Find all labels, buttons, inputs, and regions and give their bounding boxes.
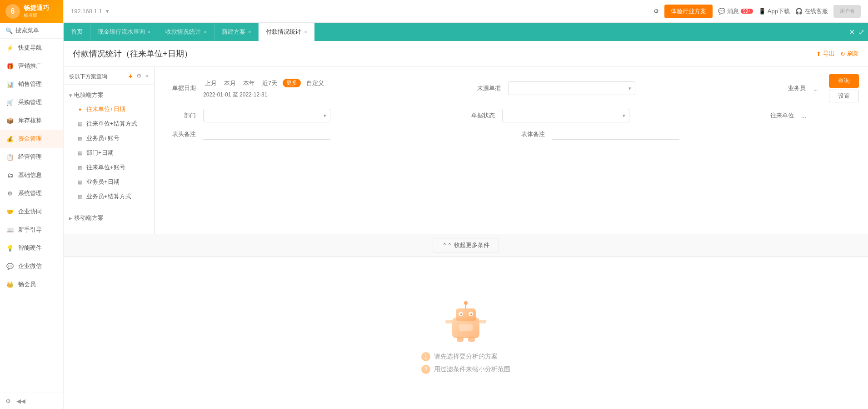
svg-rect-11 bbox=[468, 337, 475, 342]
scheme-section-desktop: ▾ 电脑端方案 ● 往来单位+日期 ▦ 往来单位+结算方式 ▦ bbox=[64, 85, 154, 207]
tab-newscheme-close[interactable]: × bbox=[248, 29, 251, 35]
scheme-item-2[interactable]: ▦ 业务员+账号 bbox=[64, 131, 154, 146]
query-button[interactable]: 查询 bbox=[829, 74, 859, 88]
scheme-item-icon-2: ▦ bbox=[76, 135, 84, 142]
scheme-section-desktop-title[interactable]: ▾ 电脑端方案 bbox=[64, 88, 154, 102]
tab-payment-close[interactable]: × bbox=[304, 29, 307, 35]
scheme-item-0[interactable]: ● 往来单位+日期 bbox=[64, 102, 154, 116]
scheme-item-1[interactable]: ▦ 往来单位+结算方式 bbox=[64, 116, 154, 131]
app-download-label: App下载 bbox=[768, 7, 790, 15]
dept-select[interactable]: ▾ bbox=[203, 109, 330, 122]
empty-hint-1: 1 请先选择要分析的方案 bbox=[421, 352, 510, 361]
empty-num-1: 1 bbox=[421, 352, 430, 361]
export-btn[interactable]: ⬆ 导出 bbox=[816, 50, 835, 58]
scheme-mobile-label: 移动端方案 bbox=[74, 214, 104, 222]
agent-label: 业务员 bbox=[783, 84, 806, 92]
scheme-item-6[interactable]: ▦ 业务员+结算方式 bbox=[64, 189, 154, 204]
partner-dots: ... bbox=[801, 112, 806, 119]
svg-rect-10 bbox=[457, 337, 464, 342]
scheme-item-label-4: 往来单位+账号 bbox=[86, 163, 125, 172]
sidebar-item-label: 采购管理 bbox=[18, 98, 42, 106]
collapse-more-btn[interactable]: ⌃⌃ 收起更多条件 bbox=[433, 238, 499, 252]
docstatus-select-arrow: ▾ bbox=[623, 113, 625, 119]
scheme-add-icon[interactable]: + bbox=[128, 72, 132, 81]
tab-close-all-icon[interactable]: ✕ bbox=[849, 28, 855, 36]
svg-point-5 bbox=[470, 313, 472, 315]
refresh-label: 刷新 bbox=[847, 50, 859, 58]
message-btn[interactable]: 💬 消息 99+ bbox=[718, 7, 753, 15]
export-icon: ⬆ bbox=[816, 50, 821, 57]
scheme-sidebar: 按以下方案查询 + ⚙ « ▾ 电脑端方案 bbox=[64, 67, 155, 234]
tab-home[interactable]: 首页 bbox=[64, 23, 90, 41]
sidebar-item-basic[interactable]: 🗂 基础信息 bbox=[0, 166, 63, 184]
sidebar-search[interactable]: 🔍 搜索菜单 bbox=[0, 23, 63, 39]
sidebar-footer: ⚙ ◀◀ bbox=[0, 393, 63, 409]
tab-payment[interactable]: 付款情况统计 × bbox=[259, 23, 314, 41]
online-service-btn[interactable]: 🎧 在线客服 bbox=[795, 7, 828, 15]
scheme-section-mobile-title[interactable]: ▸ 移动端方案 bbox=[64, 211, 154, 225]
sidebar-item-purchase[interactable]: 🛒 采购管理 bbox=[0, 93, 63, 111]
sidebar-item-marketing[interactable]: 🎁 营销推广 bbox=[0, 57, 63, 75]
user-avatar[interactable]: 用户名 bbox=[833, 5, 861, 18]
docstatus-label: 单据状态 bbox=[468, 111, 495, 120]
sidebar-item-finance[interactable]: 💰 资金管理 bbox=[0, 130, 63, 148]
date-opt-custom[interactable]: 自定义 bbox=[304, 78, 326, 88]
sidebar-item-guide[interactable]: 📖 新手引导 bbox=[0, 221, 63, 239]
topbar-gear-icon[interactable]: ⚙ bbox=[653, 8, 659, 15]
source-select[interactable]: ▾ bbox=[508, 81, 635, 95]
collapse-sidebar-icon[interactable]: ◀◀ bbox=[16, 398, 25, 404]
refresh-btn[interactable]: ↻ 刷新 bbox=[840, 50, 859, 58]
sidebar-item-sales[interactable]: 📊 销售管理 bbox=[0, 75, 63, 93]
date-opt-thisyear[interactable]: 本年 bbox=[241, 78, 257, 88]
docstatus-select[interactable]: ▾ bbox=[502, 109, 629, 122]
date-opt-7days[interactable]: 近7天 bbox=[260, 78, 279, 88]
system-icon: ⚙ bbox=[5, 189, 15, 198]
scheme-item-icon-5: ▦ bbox=[76, 178, 84, 186]
scheme-item-5[interactable]: ▦ 业务员+日期 bbox=[64, 175, 154, 189]
scheme-item-label-5: 业务员+日期 bbox=[86, 178, 120, 186]
tab-newscheme[interactable]: 新建方案 × bbox=[215, 23, 259, 41]
app-download-btn[interactable]: 📱 App下载 bbox=[758, 7, 790, 15]
sidebar-item-label: 畅会员 bbox=[18, 280, 36, 288]
scheme-header: 按以下方案查询 + ⚙ « bbox=[64, 72, 154, 85]
tab-receipt[interactable]: 收款情况统计 × bbox=[158, 23, 214, 41]
tab-cashflow[interactable]: 现金银行流水查询 × bbox=[90, 23, 158, 41]
settings-button[interactable]: 设置 bbox=[829, 90, 859, 102]
body-note-input[interactable] bbox=[552, 129, 679, 140]
hardware-icon: 💡 bbox=[5, 243, 15, 252]
collapse-chevron-icon: ⌃⌃ bbox=[442, 242, 452, 249]
sidebar-item-quicknav[interactable]: ⚡ 快捷导航 bbox=[0, 39, 63, 57]
settings-footer-icon[interactable]: ⚙ bbox=[5, 398, 11, 404]
tab-cashflow-close[interactable]: × bbox=[148, 29, 150, 35]
scheme-settings-icon[interactable]: ⚙ bbox=[136, 72, 142, 81]
date-opt-more[interactable]: 更多 bbox=[283, 79, 301, 87]
sidebar-item-collab[interactable]: 🤝 企业协同 bbox=[0, 202, 63, 221]
scheme-item-label-6: 业务员+结算方式 bbox=[86, 192, 131, 201]
sidebar-item-system[interactable]: ⚙ 系统管理 bbox=[0, 184, 63, 202]
sidebar-item-inventory[interactable]: 📦 库存核算 bbox=[0, 111, 63, 130]
date-opt-lastmonth[interactable]: 上月 bbox=[203, 78, 219, 88]
addr-dropdown-icon[interactable]: ▾ bbox=[106, 8, 109, 15]
date-opt-thismonth[interactable]: 本月 bbox=[222, 78, 238, 88]
main-area: 192.168.1.1 ▾ ⚙ 体验行业方案 💬 消息 99+ 📱 App下载 … bbox=[64, 0, 868, 409]
tab-expand-icon[interactable]: ⤢ bbox=[858, 28, 864, 36]
scheme-item-3[interactable]: ▦ 部门+日期 bbox=[64, 146, 154, 160]
trial-btn[interactable]: 体验行业方案 bbox=[664, 5, 713, 18]
tab-receipt-close[interactable]: × bbox=[204, 29, 206, 35]
sales-icon: 📊 bbox=[5, 80, 15, 89]
sidebar-item-label: 系统管理 bbox=[18, 189, 42, 197]
search-label: 搜索菜单 bbox=[15, 26, 39, 35]
header-note-label: 表头备注 bbox=[164, 130, 196, 138]
sidebar-item-wechat[interactable]: 💬 企业微信 bbox=[0, 257, 63, 275]
finance-icon: 💰 bbox=[5, 134, 15, 143]
scheme-collapse-icon[interactable]: « bbox=[145, 72, 149, 81]
scheme-item-4[interactable]: ▦ 往来单位+账号 bbox=[64, 160, 154, 175]
sidebar-item-member[interactable]: 👑 畅会员 bbox=[0, 275, 63, 293]
app-name: 畅捷通巧 bbox=[24, 4, 49, 12]
sidebar-item-operation[interactable]: 📋 经营管理 bbox=[0, 148, 63, 166]
header-note-input[interactable] bbox=[203, 129, 330, 140]
topbar: 192.168.1.1 ▾ ⚙ 体验行业方案 💬 消息 99+ 📱 App下载 … bbox=[64, 0, 868, 23]
content-area: 付款情况统计（往来单位+日期） ⬆ 导出 ↻ 刷新 按以下方案查询 bbox=[64, 41, 868, 409]
tab-receipt-label: 收款情况统计 bbox=[165, 28, 201, 36]
sidebar-item-hardware[interactable]: 💡 智能硬件 bbox=[0, 239, 63, 257]
